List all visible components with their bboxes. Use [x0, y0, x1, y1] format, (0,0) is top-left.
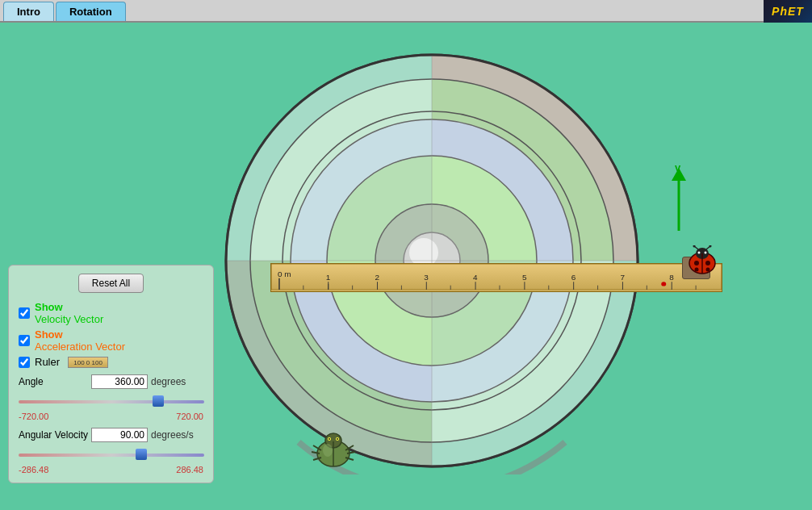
svg-point-57: [705, 252, 707, 254]
tab-rotation-label: Rotation: [69, 6, 112, 18]
sim-area: v 0 m 1 2 3 4 5 6: [0, 23, 812, 510]
svg-text:7: 7: [620, 273, 625, 281]
velocity-label: v: [675, 161, 680, 173]
angle-max-label: 720.00: [176, 412, 203, 421]
angular-velocity-slider-thumb[interactable]: [136, 449, 147, 460]
angle-input[interactable]: 360.00: [91, 374, 148, 389]
tab-bar: Intro Rotation: [0, 0, 812, 23]
ruler-row: Ruler 100 0 100: [19, 356, 203, 368]
ruler-icon: 100 0 100: [68, 357, 108, 368]
ruler-checkbox[interactable]: [19, 357, 30, 368]
svg-text:8: 8: [669, 273, 674, 281]
acceleration-vector-row: Show Acceleration Vector: [19, 328, 203, 353]
svg-point-75: [329, 438, 330, 440]
ladybug[interactable]: [686, 245, 718, 276]
tab-intro[interactable]: Intro: [3, 2, 54, 21]
svg-text:5: 5: [522, 273, 527, 281]
acceleration-vector-checkbox[interactable]: [19, 335, 30, 346]
angular-velocity-label: Angular Velocity: [19, 429, 91, 441]
angle-label: Angle: [19, 376, 91, 387]
velocity-vector-label: Velocity Vector: [35, 313, 103, 325]
beetle[interactable]: [312, 429, 356, 470]
angle-slider-thumb[interactable]: [153, 395, 164, 407]
svg-text:4: 4: [473, 273, 478, 281]
svg-point-52: [694, 261, 699, 265]
ruler-label: Ruler: [35, 356, 60, 368]
angle-min-label: -720.00: [19, 412, 48, 421]
control-panel: Reset All Show Velocity Vector Show Acce…: [8, 265, 214, 483]
angle-unit: degrees: [151, 376, 186, 387]
angular-velocity-slider-track: [19, 454, 204, 457]
svg-text:0 m: 0 m: [278, 270, 291, 278]
angle-row: Angle 360.00 degrees: [19, 374, 203, 389]
ruler[interactable]: 0 m 1 2 3 4 5 6 7 8: [270, 263, 722, 292]
angle-slider-container: [19, 394, 204, 410]
svg-point-77: [323, 444, 333, 457]
velocity-show-label: Show: [35, 301, 103, 313]
svg-text:6: 6: [571, 273, 576, 281]
av-min-label: -286.48: [19, 465, 48, 474]
svg-point-54: [695, 268, 699, 272]
svg-point-55: [706, 268, 710, 272]
svg-point-47: [661, 282, 666, 286]
acceleration-vector-label: Acceleration Vector: [35, 341, 125, 353]
phet-logo: PhET: [764, 0, 812, 23]
velocity-vector-row: Show Velocity Vector: [19, 301, 203, 325]
angular-velocity-slider-container: [19, 447, 204, 463]
av-max-label: 286.48: [176, 465, 203, 474]
svg-rect-18: [271, 264, 722, 290]
angular-velocity-input[interactable]: 90.00: [91, 428, 148, 442]
angle-slider-labels: -720.00 720.00: [19, 412, 203, 421]
tab-rotation[interactable]: Rotation: [56, 2, 126, 21]
rotation-disc: [218, 47, 646, 474]
svg-text:2: 2: [375, 273, 380, 281]
svg-point-53: [705, 261, 710, 265]
angular-velocity-unit: degrees/s: [151, 429, 194, 441]
tab-intro-label: Intro: [17, 6, 40, 18]
angular-velocity-row: Angular Velocity 90.00 degrees/s: [19, 428, 203, 442]
svg-point-56: [698, 252, 701, 254]
velocity-arrow: [667, 166, 691, 239]
angle-slider-track: [19, 400, 204, 403]
av-slider-labels: -286.48 286.48: [19, 465, 203, 474]
reset-all-button[interactable]: Reset All: [78, 274, 144, 293]
acceleration-show-label: Show: [35, 328, 125, 341]
svg-point-76: [337, 438, 338, 440]
svg-text:1: 1: [326, 273, 331, 281]
svg-text:3: 3: [424, 273, 429, 281]
velocity-vector-checkbox[interactable]: [19, 307, 30, 319]
